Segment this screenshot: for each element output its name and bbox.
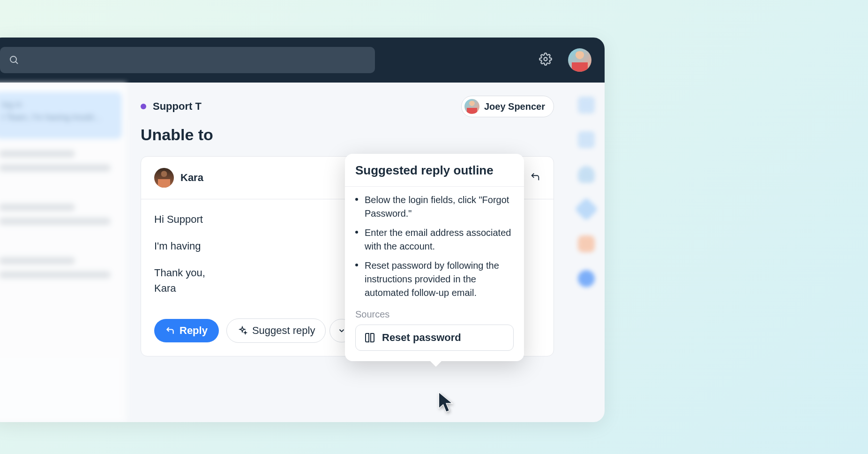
ticket-content: Support T Joey Spencer Unable to Kara [127, 83, 568, 422]
assignee-pill[interactable]: Joey Spencer [461, 96, 554, 117]
rail-icon-diamond[interactable] [575, 197, 599, 221]
rail-icon-orange[interactable] [578, 235, 595, 252]
svg-line-1 [15, 61, 18, 64]
ticket-category: Support T [153, 100, 202, 113]
sources-label: Sources [345, 307, 524, 325]
suggest-reply-button[interactable]: Suggest reply [226, 318, 326, 343]
reply-icon [165, 326, 175, 335]
reply-arrow-icon [530, 172, 540, 182]
user-avatar[interactable] [568, 48, 591, 72]
source-label: Reset password [382, 332, 461, 344]
popover-bullet: Reset password by following the instruct… [355, 259, 514, 300]
sender-avatar [154, 168, 174, 188]
reply-button-label: Reply [180, 325, 208, 337]
ticket-title: Unable to [141, 126, 554, 144]
rail-icon-calendar[interactable] [578, 97, 595, 114]
popover-bullet-list: Below the login fields, click "Forgot Pa… [345, 187, 524, 307]
search-input[interactable] [0, 47, 375, 73]
sidebar: log in t Team, I'm having troubl... [0, 83, 127, 422]
svg-point-2 [544, 58, 547, 61]
assignee-avatar [464, 99, 479, 114]
gear-icon [539, 53, 552, 66]
message-reply-button[interactable] [530, 172, 540, 184]
sidebar-preview-line1: log in [2, 98, 115, 111]
rail-icon-apps[interactable] [578, 270, 595, 287]
top-bar [0, 38, 605, 83]
cursor-pointer [436, 391, 456, 417]
source-pill[interactable]: Reset password [355, 325, 514, 351]
reply-button[interactable]: Reply [154, 319, 219, 342]
sparkle-icon [237, 325, 247, 336]
status-dot [141, 104, 146, 109]
rail-icon-contact[interactable] [578, 131, 595, 148]
popover-bullet: Below the login fields, click "Forgot Pa… [355, 193, 514, 220]
popover-title: Suggested reply outline [345, 154, 524, 187]
sidebar-selected-item[interactable]: log in t Team, I'm having troubl... [0, 92, 122, 139]
svg-point-0 [10, 56, 16, 62]
cursor-icon [436, 391, 456, 416]
right-rail [568, 83, 605, 422]
popover-bullet: Enter the email address associated with … [355, 226, 514, 253]
rail-icon-cloud[interactable] [578, 166, 595, 183]
settings-button[interactable] [539, 53, 552, 68]
book-icon [364, 332, 375, 343]
assignee-name: Joey Spencer [484, 101, 545, 112]
suggest-reply-label: Suggest reply [252, 325, 315, 337]
app-window: log in t Team, I'm having troubl... Supp… [0, 38, 605, 422]
suggested-reply-popover: Suggested reply outline Below the login … [345, 154, 524, 361]
sidebar-preview-line2: t Team, I'm having troubl... [2, 111, 115, 124]
search-icon [8, 54, 20, 66]
